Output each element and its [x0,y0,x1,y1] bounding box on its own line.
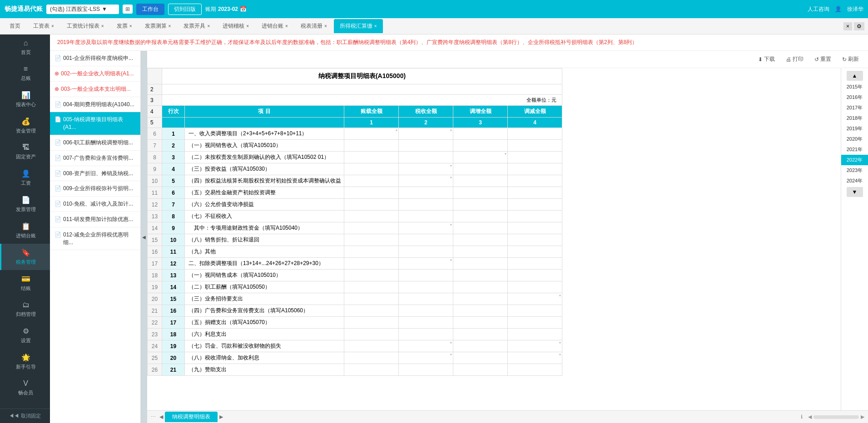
chevron-down-icon: ▼ [102,6,107,12]
left-panel-item-011[interactable]: 📄 011-研发费用加计扣除优惠... [50,212,140,227]
company-selector[interactable]: (勾选) 江西股宝-LSS ▼ [46,5,119,14]
year-2022[interactable]: 2022年 [841,155,868,165]
close-icon[interactable]: × [207,24,210,29]
left-panel-item-008[interactable]: 📄 008-资产折旧、摊销及纳税... [50,166,140,182]
close-icon[interactable]: × [51,24,54,29]
close-icon[interactable]: × [129,24,132,29]
close-icon[interactable]: × [324,24,327,29]
left-panel-item-004[interactable]: 📄 004-期间费用明细表(A1040... [50,97,140,113]
sidebar-item-tax[interactable]: 🔖 税务管理 [0,244,50,270]
left-panel-item-001[interactable]: 📄 001-企业所得税年度纳税申... [50,51,140,66]
year-2023[interactable]: 2023年 [841,165,868,176]
ledger-icon: ≡ [24,65,28,73]
scroll-left-icon[interactable]: ◀ [808,414,812,420]
sidebar-item-home[interactable]: ⌂ 首页 [0,34,50,60]
year-up-btn[interactable]: ▲ [847,71,863,81]
tab-invoice-open[interactable]: 发票开具× [178,19,216,33]
collapse-panel-btn[interactable]: ◀ [141,51,147,423]
year-2020[interactable]: 2020年 [841,134,868,144]
sidebar-item-report[interactable]: 📊 报表中心 [0,86,50,113]
tab-wage-stats[interactable]: 工资统计报表× [61,19,110,33]
left-panel-item-006[interactable]: 📄 006-职工薪酬纳税调整明细... [50,135,140,151]
sidebar-item-archive[interactable]: 🗂 归档管理 [0,296,50,322]
sidebar-item-settings[interactable]: ⚙ 设置 [0,322,50,349]
error-icon: ⊗ [55,70,59,78]
tab-home[interactable]: 首页 [4,19,26,33]
table-row: 10 5 （四）按权益法核算长期股权投资对初始投资成本调整确认收益 * [148,175,562,187]
old-version-btn[interactable]: 切到旧版 [168,4,202,15]
year-down-btn[interactable]: ▼ [847,187,863,197]
table-row: 19 14 （二）职工薪酬（填写A105050） [148,281,562,293]
unfix-btn[interactable]: ◀◀ 取消固定 [0,409,50,423]
download-btn[interactable]: ⬇ 下载 [754,54,779,65]
sheet-arrow-left[interactable]: ◀ [159,414,163,420]
year-panel: ▲ 2015年 2016年 2017年 2018年 2019年 2020年 20… [841,68,868,410]
spreadsheet-wrapper[interactable]: 纳税调整项目明细表(A105000) 2 3 全额单位：元 [147,68,841,410]
close-icon[interactable]: × [374,24,377,29]
main-content: ⌂ 首页 ≡ 总账 📊 报表中心 💰 资金管理 🏗 固定资产 👤 工资 📄 发票… [0,34,868,423]
year-2016[interactable]: 2016年 [841,92,868,103]
close-icon[interactable]: × [101,24,104,29]
table-row: 17 12 二、扣除类调整项目（13+14+...24+26+27+28+29+… [148,258,562,270]
horizontal-scrollbar[interactable] [813,415,859,419]
tab-close-all[interactable]: × [843,22,852,30]
tab-purchase-sales[interactable]: 进销稽核× [217,19,255,33]
year-2017[interactable]: 2017年 [841,103,868,113]
left-panel-item-002[interactable]: ⊗ 002-一般企业收入明细表(A1... [50,66,140,82]
left-panel-item-009[interactable]: 📄 009-企业所得税弥补亏损明... [50,181,140,197]
sidebar-item-member[interactable]: V 畅会员 [0,375,50,401]
left-panel-item-003[interactable]: ⊗ 003-一般企业成本支出明细... [50,82,140,97]
sidebar-item-guide[interactable]: 🌟 新手引导 [0,349,50,375]
tab-invoice[interactable]: 发票× [111,19,138,33]
year-2015[interactable]: 2015年 [841,82,868,92]
tab-bar-right: × ⚙ [843,22,864,30]
reset-btn[interactable]: ↺ 重置 [811,54,835,65]
sidebar-item-ledger[interactable]: ≡ 总账 [0,60,50,86]
sidebar-item-finance[interactable]: 💰 资金管理 [0,113,50,139]
doc-icon: 📄 [55,170,61,177]
refresh-btn[interactable]: ↻ 刷新 [838,54,863,65]
left-panel-item-005[interactable]: 📄 005-纳税调整项目明细表(A1... [50,112,140,135]
year-2024[interactable]: 2024年 [841,176,868,186]
doc-icon: 📄 [55,200,61,208]
sidebar-item-purchase-ledger[interactable]: 📋 进销台账 [0,217,50,244]
left-panel-item-007[interactable]: 📄 007-广告费和业务宣传费明... [50,151,140,166]
tab-income-tax[interactable]: 所得税汇算缴× [334,19,383,33]
doc-icon: 📄 [55,185,61,192]
bottom-tab-bar: ⋯ ◀ 纳税调整明细表 ▶ ℹ ◀ ▶ [147,410,868,423]
sidebar-item-assets[interactable]: 🏗 固定资产 [0,139,50,165]
table-row: 22 17 （五）捐赠支出（填写A105070） [148,317,562,329]
company-icon-btn[interactable]: ⊞ [123,5,133,14]
year-2018[interactable]: 2018年 [841,113,868,123]
bottom-tab-main[interactable]: 纳税调整明细表 [165,412,218,422]
year-2021[interactable]: 2021年 [841,144,868,155]
sidebar-item-wages[interactable]: 👤 工资 [0,165,50,191]
corner-cell [148,69,162,84]
sheet-nav-left[interactable]: ⋯ [151,414,156,420]
sidebar-item-invoice-mgmt[interactable]: 📄 发票管理 [0,191,50,217]
doc-icon: 📄 [55,101,61,108]
tab-wages[interactable]: 工资表× [27,19,60,33]
tab-invoice-calc[interactable]: 发票测算× [139,19,177,33]
close-icon[interactable]: × [169,24,171,29]
table-row: 16 11 （九）其他 [148,246,562,258]
right-area: ⬇ 下载 🖨 打印 ↺ 重置 ↻ 刷新 [147,51,868,423]
workspace-btn[interactable]: 工作台 [136,4,164,15]
calendar-icon[interactable]: 📅 [240,6,247,12]
close-icon[interactable]: × [246,24,249,29]
left-panel-item-010[interactable]: 📄 010-免税、减计收入及加计... [50,197,140,212]
support-btn[interactable]: 人工咨询 [808,5,829,13]
year-2019[interactable]: 2019年 [841,123,868,134]
sidebar-item-close[interactable]: 💳 结账 [0,270,50,296]
tab-settings-btn[interactable]: ⚙ [854,22,864,30]
left-panel-item-012[interactable]: 📄 012-减免企业所得税优惠明细... [50,227,140,251]
page-area: 2019年度涉及取以前年度继续数据的申报表单元格需要手工维护正确，才能保证本年及… [50,34,868,423]
table-row: 24 19 （七）罚金、罚款和被没收财物的损失 * * [148,340,562,352]
print-btn[interactable]: 🖨 打印 [782,54,807,65]
table-row: 18 13 （一）视同销售成本（填写A105010） [148,270,562,281]
scroll-right-icon[interactable]: ▶ [861,414,864,420]
tab-sales-ledger[interactable]: 进销台账× [256,19,294,33]
close-icon[interactable]: × [285,24,288,29]
sheet-arrow-right[interactable]: ▶ [219,414,223,420]
tab-tax-clear[interactable]: 税表清册× [295,19,333,33]
